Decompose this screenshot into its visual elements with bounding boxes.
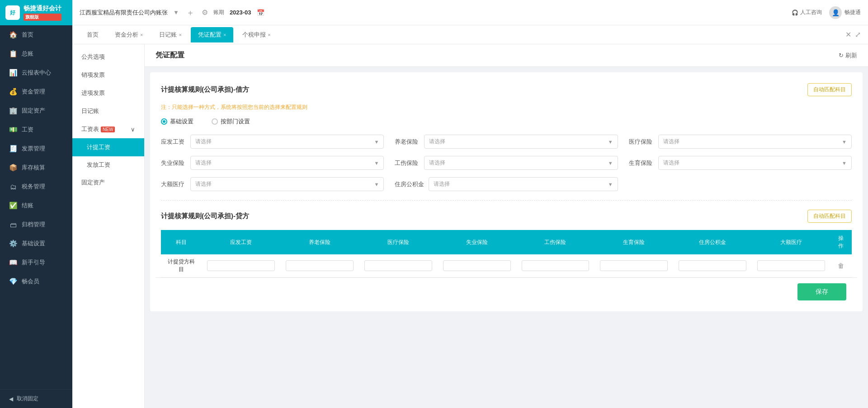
debit-auto-match-button[interactable]: 自动匹配科目 <box>807 83 852 96</box>
label-pension: 养老保险 <box>395 138 420 146</box>
select-pension-placeholder: 请选择 <box>429 138 445 145</box>
sidebar-item-salary[interactable]: 💵工资 <box>0 120 72 139</box>
sidebar-label-salary: 工资 <box>22 126 33 134</box>
cell-pension[interactable] <box>280 254 359 277</box>
input-credit-pension[interactable] <box>286 260 354 271</box>
sidebar-item-assets[interactable]: 🏢固定资产 <box>0 101 72 120</box>
cell-salary[interactable] <box>202 254 280 277</box>
sidebar-item-vip[interactable]: 💎畅会员 <box>0 272 72 291</box>
sidebar-item-tax[interactable]: 🗂税务管理 <box>0 177 72 196</box>
debit-form-grid: 应发工资 请选择 ▼ 养老保险 请选择 ▼ <box>161 135 852 191</box>
add-tab-button[interactable]: ＋ <box>184 7 196 18</box>
cell-action[interactable]: 🗑 <box>830 254 852 277</box>
tab-fund[interactable]: 资金分析× <box>108 27 150 42</box>
select-pension[interactable]: 请选择 ▼ <box>424 135 618 149</box>
label-big-medical: 大额医疗 <box>161 180 186 188</box>
left-nav-sub-pay_salary[interactable]: 发放工资 <box>72 156 144 174</box>
sidebar-item-inventory[interactable]: 📦库存核算 <box>0 158 72 177</box>
left-nav-item-salary_table[interactable]: 工资表NEW∨ <box>72 120 144 138</box>
input-credit-salary[interactable] <box>207 260 275 271</box>
sidebar-item-guide[interactable]: 📖新手引导 <box>0 253 72 272</box>
settings-gear-icon[interactable]: ⚙ <box>202 8 208 17</box>
input-credit-big-medical[interactable] <box>757 260 825 271</box>
tab-close-voucher[interactable]: × <box>223 32 226 38</box>
refresh-label: 刷新 <box>845 52 857 60</box>
select-big-medical[interactable]: 请选择 ▼ <box>190 177 384 191</box>
left-nav-label-salary_table: 工资表 <box>81 125 99 133</box>
calendar-icon[interactable]: 📅 <box>257 9 264 16</box>
table-row: 计提贷方科目 🗑 <box>161 254 852 277</box>
user-menu[interactable]: 👤 畅捷通 <box>829 6 861 19</box>
cancel-pin-button[interactable]: ◀ 取消固定 <box>0 389 72 408</box>
sidebar-label-assets: 固定资产 <box>22 107 45 115</box>
sidebar-icon-guide: 📖 <box>9 258 17 267</box>
company-dropdown-icon[interactable]: ▼ <box>173 9 179 16</box>
sidebar-label-tax: 税务管理 <box>22 183 45 191</box>
sidebar-label-reports: 云报表中心 <box>22 69 51 77</box>
left-nav-item-sales[interactable]: 销项发票 <box>72 66 144 84</box>
sidebar-label-invoice: 发票管理 <box>22 145 45 153</box>
tab-home[interactable]: 首页 <box>80 27 106 42</box>
sidebar-item-ledger[interactable]: 📋总账 <box>0 44 72 63</box>
left-nav-item-journal[interactable]: 日记账 <box>72 102 144 120</box>
cell-medical[interactable] <box>359 254 438 277</box>
page-content: 凭证配置 ↻ 刷新 计提核算规则(公司承担)-借方 自动匹配科目 注：只能选择一… <box>145 44 868 408</box>
sidebar-item-settings[interactable]: ⚙️基础设置 <box>0 234 72 253</box>
credit-auto-match-button[interactable]: 自动匹配科目 <box>807 210 852 223</box>
tab-journal[interactable]: 日记账× <box>152 27 189 42</box>
select-maternity[interactable]: 请选择 ▼ <box>658 156 852 170</box>
input-credit-housing[interactable] <box>679 260 746 271</box>
sidebar-item-invoice[interactable]: 🧾发票管理 <box>0 139 72 158</box>
left-nav-item-purchase[interactable]: 进项发票 <box>72 84 144 102</box>
cell-work-injury[interactable] <box>516 254 595 277</box>
select-unemployment[interactable]: 请选择 ▼ <box>190 156 384 170</box>
input-credit-maternity[interactable] <box>600 260 668 271</box>
left-nav-sub-advance_salary[interactable]: 计提工资 <box>72 138 144 156</box>
period-value[interactable]: 2023-03 <box>230 9 251 16</box>
cell-maternity[interactable] <box>594 254 673 277</box>
main-panel: 计提核算规则(公司承担)-借方 自动匹配科目 注：只能选择一种方式，系统将按照您… <box>150 72 863 311</box>
cell-housing[interactable] <box>673 254 752 277</box>
select-medical[interactable]: 请选择 ▼ <box>658 135 852 149</box>
select-work-injury[interactable]: 请选择 ▼ <box>424 156 618 170</box>
select-maternity-arrow: ▼ <box>842 160 847 166</box>
delete-row-button[interactable]: 🗑 <box>838 262 844 269</box>
select-maternity-placeholder: 请选择 <box>663 159 679 167</box>
left-nav-item-fixed_assets[interactable]: 固定资产 <box>72 174 144 192</box>
sidebar-item-funds[interactable]: 💰资金管理 <box>0 82 72 101</box>
main-area: 江西服宝精品有限责任公司内账张 ▼ ＋ ⚙ 账期 2023-03 📅 🎧 人工咨… <box>72 0 868 408</box>
close-window-button[interactable]: ✕ <box>845 30 851 39</box>
save-button[interactable]: 保存 <box>797 283 846 300</box>
tab-close-tax[interactable]: × <box>268 32 270 38</box>
input-credit-work-injury[interactable] <box>522 260 590 271</box>
table-header-row: 科目 应发工资 养老保险 医疗保险 失业保险 工伤保险 生育保险 住房公积金 大… <box>161 230 852 254</box>
left-nav-label-purchase: 进项发票 <box>81 89 105 97</box>
expand-window-button[interactable]: ⤢ <box>855 30 861 39</box>
sidebar-item-closing[interactable]: ✅结账 <box>0 196 72 215</box>
input-credit-unemployment[interactable] <box>443 260 511 271</box>
left-nav-item-public[interactable]: 公共选项 <box>72 48 144 66</box>
tab-close-journal[interactable]: × <box>179 32 181 38</box>
select-salary-placeholder: 请选择 <box>195 138 212 145</box>
tab-voucher[interactable]: 凭证配置× <box>191 27 233 42</box>
tab-close-fund[interactable]: × <box>140 32 143 38</box>
refresh-button[interactable]: ↻ 刷新 <box>839 52 857 60</box>
sidebar-item-archive[interactable]: 🗃归档管理 <box>0 215 72 234</box>
support-button[interactable]: 🎧 人工咨询 <box>792 9 822 16</box>
sidebar-label-settings: 基础设置 <box>22 239 45 248</box>
select-housing[interactable]: 请选择 ▼ <box>429 177 618 191</box>
tab-tax[interactable]: 个税申报× <box>235 27 278 42</box>
radio-dept[interactable]: 按部门设置 <box>212 117 250 126</box>
sidebar-icon-settings: ⚙️ <box>9 239 17 248</box>
sidebar-item-reports[interactable]: 📊云报表中心 <box>0 63 72 82</box>
sidebar-item-home[interactable]: 🏠首页 <box>0 25 72 44</box>
form-row-big-medical: 大额医疗 请选择 ▼ <box>161 177 384 191</box>
radio-basic[interactable]: 基础设置 <box>161 117 193 126</box>
sidebar-label-vip: 畅会员 <box>22 277 39 286</box>
form-row-housing: 住房公积金 请选择 ▼ <box>395 177 618 191</box>
col-salary: 应发工资 <box>202 230 280 254</box>
select-salary[interactable]: 请选择 ▼ <box>190 135 384 149</box>
cell-big-medical[interactable] <box>752 254 830 277</box>
input-credit-medical[interactable] <box>364 260 432 271</box>
cell-unemployment[interactable] <box>438 254 516 277</box>
